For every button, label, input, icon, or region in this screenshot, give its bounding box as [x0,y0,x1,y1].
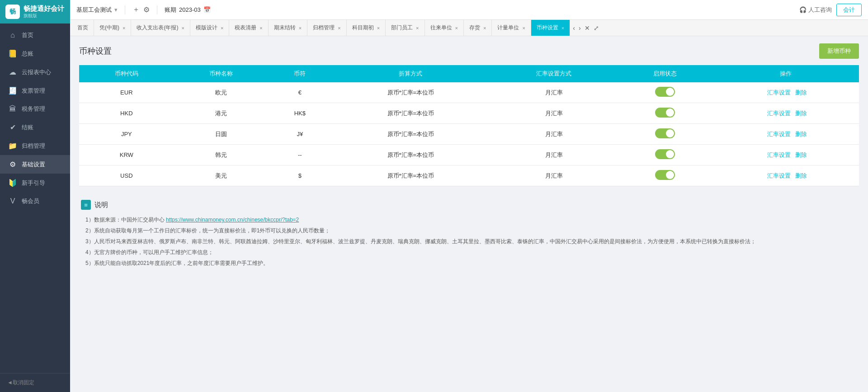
tab-close-icon[interactable]: × [338,25,340,31]
tab-close-icon[interactable]: × [483,25,486,31]
period-label: 账期 [165,6,176,14]
sidebar-item-reports[interactable]: ☁云报表中心 [0,63,70,81]
page-header: 币种设置 新增币种 [79,43,859,59]
tab-close-icon[interactable]: × [221,25,223,31]
tab---[interactable]: 首页 [72,20,94,36]
workspace-dropdown-icon[interactable]: ▾ [114,6,118,13]
cell-rate-method: 月汇率 [490,145,617,165]
tab-----[interactable]: 部门员工× [386,20,425,36]
tab-----[interactable]: 税表清册× [229,20,268,36]
cell-code: HKD [79,103,174,124]
table-row: HKD 港元 HK$ 原币*汇率=本位币 月汇率 汇率设置 删除 [79,103,859,124]
main-area: 基层工会测试 ▾ ＋ ⚙ 账期 2023-03 📅 🎧 人工咨询 会计 首页凭(… [70,0,868,392]
add-workspace-icon[interactable]: ＋ [132,5,140,14]
cell-method: 原币*汇率=本位币 [331,103,490,124]
tab-----[interactable]: 模版设计× [190,20,229,36]
toggle-thumb [666,129,674,137]
tab-----[interactable]: 归档管理× [307,20,346,36]
tab-----[interactable]: 科目期初× [347,20,386,36]
help-button[interactable]: 🎧 人工咨询 [799,6,832,14]
settings-icon: ⚙ [8,160,17,169]
tab-----[interactable]: 计量单位× [492,20,531,36]
tab-close-icon[interactable]: × [561,25,564,31]
rate-setting-link[interactable]: 汇率设置 [767,89,791,96]
user-role-button[interactable]: 会计 [836,4,862,16]
app-sub: 旗舰版 [24,13,64,19]
status-toggle[interactable] [655,108,675,118]
note-item-1: 1）数据来源：中国外汇交易中心 https://www.chinamoney.c… [85,214,857,225]
sidebar-item-archive[interactable]: 📁归档管理 [0,137,70,155]
tab-prev-button[interactable]: ‹ [571,24,577,32]
sidebar-item-member[interactable]: V畅会员 [0,192,70,210]
rate-setting-link[interactable]: 汇率设置 [767,172,791,179]
notes-icon: ≡ [81,200,91,210]
sidebar-item-tax[interactable]: 🏛税务管理 [0,100,70,118]
workspace-selector[interactable]: 基层工会测试 ▾ [76,6,118,14]
tab-next-button[interactable]: › [577,24,583,32]
tab-expand-button[interactable]: ⤢ [592,24,601,32]
notes-link[interactable]: https://www.chinamoney.com.cn/chinese/bk… [166,217,299,223]
delete-link[interactable]: 删除 [795,131,807,137]
logo-icon: 畅 [5,5,20,19]
status-toggle[interactable] [655,149,675,159]
tab-close-icon[interactable]: × [259,25,262,31]
sidebar-label-member: 畅会员 [22,197,39,205]
status-toggle[interactable] [655,128,675,138]
tab-close-icon[interactable]: × [455,25,458,31]
tab-label: 期末结转 [274,24,296,32]
settings-icon[interactable]: ⚙ [143,5,150,14]
tab-close-icon[interactable]: × [181,25,184,31]
sidebar-item-ledger[interactable]: 📒总账 [0,44,70,63]
sidebar-item-settings[interactable]: ⚙基础设置 [0,155,70,174]
cell-code: EUR [79,82,174,103]
status-toggle[interactable] [655,87,675,97]
tab-close-icon[interactable]: × [123,25,125,31]
note-item-3: 3）人民币对马来西亚林吉特、俄罗斯卢布、南非兰特、韩元、阿联酋迪拉姆、沙特里亚尔… [85,236,857,247]
rate-setting-link[interactable]: 汇率设置 [767,131,791,137]
sidebar-item-invoice[interactable]: 🧾发票管理 [0,81,70,100]
sidebar-item-home[interactable]: ⌂首页 [0,26,70,44]
tab----------[interactable]: 收入支出表(年报)× [131,20,190,36]
toggle-thumb [666,150,674,158]
tab-label: 往来单位 [430,24,452,32]
calendar-icon[interactable]: 📅 [203,6,211,13]
tab-close-all-button[interactable]: ✕ [583,24,592,32]
help-label: 人工咨询 [808,6,832,14]
cell-name: 韩元 [174,145,269,165]
sidebar-label-archive: 归档管理 [22,142,45,150]
toggle-thumb [666,88,674,96]
guide-icon: 🔰 [8,179,17,187]
tab-close-icon[interactable]: × [416,25,419,31]
status-toggle[interactable] [655,170,675,180]
topbar-right: 🎧 人工咨询 会计 [799,4,862,16]
sidebar-item-guide[interactable]: 🔰新手引导 [0,174,70,192]
sidebar-pin-toggle[interactable]: ◄取消固定 [0,373,70,392]
notes-list: 1）数据来源：中国外汇交易中心 https://www.chinamoney.c… [81,214,857,269]
tab-label: 首页 [77,24,88,32]
new-currency-button[interactable]: 新增币种 [819,43,859,59]
delete-link[interactable]: 删除 [795,151,807,158]
tab-----[interactable]: 往来单位× [425,20,464,36]
rate-setting-link[interactable]: 汇率设置 [767,151,791,158]
cell-rate-method: 月汇率 [490,124,617,145]
sidebar-item-checkout[interactable]: ✔结账 [0,118,70,137]
table-row: USD 美元 $ 原币*汇率=本位币 月汇率 汇率设置 删除 [79,165,859,186]
tab-close-icon[interactable]: × [299,25,302,31]
tab-close-icon[interactable]: × [377,25,380,31]
tab-close-icon[interactable]: × [522,25,525,31]
tab-----[interactable]: 期末结转× [269,20,307,36]
tab-----[interactable]: 币种设置× [531,20,570,36]
table-row: KRW 韩元 -- 原币*汇率=本位币 月汇率 汇率设置 删除 [79,145,859,165]
topbar-divider-2 [157,5,157,14]
tab---[interactable]: 存货× [464,20,492,36]
tab------[interactable]: 凭(中期)× [94,20,131,36]
workspace-name: 基层工会测试 [76,6,112,14]
delete-link[interactable]: 删除 [795,172,807,179]
cell-actions: 汇率设置 删除 [712,145,859,165]
delete-link[interactable]: 删除 [795,110,807,117]
delete-link[interactable]: 删除 [795,89,807,96]
cell-rate-method: 月汇率 [490,103,617,124]
cell-method: 原币*汇率=本位币 [331,82,490,103]
col-header-币种名称: 币种名称 [174,65,269,82]
rate-setting-link[interactable]: 汇率设置 [767,110,791,117]
